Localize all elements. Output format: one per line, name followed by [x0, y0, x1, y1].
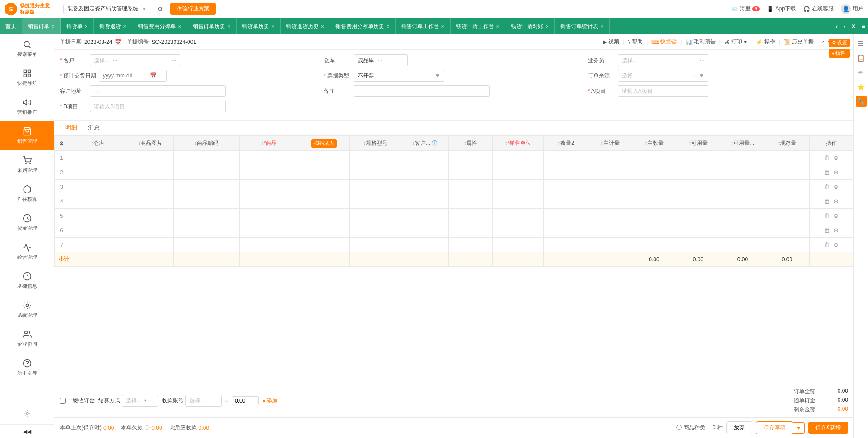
sidebar-item-system[interactable]: 系统管理 [0, 295, 54, 324]
row-unit[interactable] [492, 165, 543, 180]
b-project-input[interactable]: 请输入B项目 [90, 101, 226, 112]
tab-daily-workspace[interactable]: 钱货日清工作台 ✕ [451, 18, 505, 34]
sidebar-item-finance[interactable]: 资金管理 [0, 208, 54, 237]
row-img[interactable] [127, 180, 173, 194]
th-qty2[interactable]: ↕数量2 [544, 136, 588, 151]
delete-row-btn[interactable]: 🗑 [823, 241, 831, 249]
row-attr[interactable] [448, 151, 492, 165]
save-draft-button[interactable]: 保存草稿 [756, 421, 793, 434]
account-dots[interactable]: ··· [223, 398, 228, 404]
tab-sales[interactable]: 销货单 ✕ [61, 18, 94, 34]
row-spec[interactable] [349, 165, 401, 180]
th-spec[interactable]: ↕规格型号 [349, 136, 401, 151]
tab-fee-split-history[interactable]: 销售费用分摊单历史 ✕ [330, 18, 396, 34]
tab-order-stats[interactable]: 销售订单统计表 ✕ [555, 18, 610, 34]
one-click-checkbox-input[interactable] [60, 398, 66, 404]
row-attr[interactable] [448, 165, 492, 180]
delete-row-btn[interactable]: 🗑 [823, 168, 831, 177]
delete-row-btn[interactable]: 🗑 [823, 154, 831, 162]
row-main-unit[interactable] [588, 165, 632, 180]
row-scan[interactable] [298, 165, 349, 180]
row-warehouse[interactable] [68, 165, 127, 180]
tab-sales-order[interactable]: 销售订单 ✕ [22, 18, 61, 34]
row-warehouse[interactable] [68, 180, 127, 194]
copy-row-btn[interactable]: ⊕ [833, 168, 839, 177]
th-warehouse[interactable]: ↕仓库 [68, 136, 127, 151]
row-attr[interactable] [448, 180, 492, 194]
system-title[interactable]: 装备及固定资产辅助管理系统 ▼ [63, 4, 150, 14]
single-debt-help[interactable]: ⓘ [145, 424, 150, 431]
row-stock[interactable] [765, 165, 809, 180]
delete-row-btn[interactable]: 🗑 [823, 226, 831, 235]
th-main-unit[interactable]: ↕主计量 [588, 136, 632, 151]
th-main-qty[interactable]: ↕主数量 [632, 136, 676, 151]
close-tab-icon[interactable]: ✕ [441, 24, 445, 29]
row-scan[interactable] [298, 151, 349, 165]
right-panel-star-btn[interactable]: ⭐ [856, 82, 867, 92]
message-btn[interactable]: 📨 海里 9 [731, 5, 760, 13]
right-panel-edit-btn[interactable]: ✏ [856, 67, 867, 78]
row-img[interactable] [127, 165, 173, 180]
warehouse-input[interactable]: 成品库 ··· [354, 54, 408, 66]
close-tab-icon[interactable]: ✕ [600, 24, 604, 29]
online-support-btn[interactable]: 🎧 在线客服 [803, 5, 834, 13]
salesperson-input[interactable]: 选择... ··· [618, 54, 708, 66]
sidebar-item-purchase[interactable]: 采购管理 [0, 150, 54, 179]
tab-detail[interactable]: 明细 [60, 121, 82, 135]
row-code[interactable] [173, 151, 239, 165]
close-tab-icon[interactable]: ✕ [84, 24, 88, 29]
sidebar-item-search[interactable]: 搜索菜单 [0, 34, 54, 63]
sidebar-item-collaborate[interactable]: 企业协同 [0, 324, 54, 353]
close-tab-icon[interactable]: ✕ [271, 24, 275, 29]
row-product[interactable] [239, 165, 298, 180]
row-scan[interactable] [298, 180, 349, 194]
nav-prev-btn[interactable]: ‹ [833, 18, 840, 34]
tab-daily-reconcile[interactable]: 钱货日清对账 ✕ [505, 18, 555, 34]
th-avail2[interactable]: ↕可用量... [720, 136, 765, 151]
sidebar-item-operations[interactable]: 经营管理 [0, 237, 54, 266]
add-payment-btn[interactable]: ● 添加 [262, 397, 277, 404]
row-customer-code[interactable] [401, 165, 448, 180]
row-stock[interactable] [765, 151, 809, 165]
copy-row-btn[interactable]: ⊕ [833, 226, 839, 235]
row-stock[interactable] [765, 180, 809, 194]
print-btn[interactable]: 🖨 打印 ▼ [724, 38, 747, 46]
close-tab-icon[interactable]: ✕ [386, 24, 390, 29]
add-material-btn[interactable]: + 物料 [829, 49, 850, 58]
row-main-qty[interactable] [632, 151, 676, 165]
row-customer-code[interactable] [401, 180, 448, 194]
nav-next-btn[interactable]: › [840, 18, 848, 34]
right-panel-list-btn[interactable]: ☰ [856, 38, 867, 49]
copy-row-btn[interactable]: ⊕ [833, 197, 839, 206]
row-qty2[interactable] [544, 151, 588, 165]
row-spec[interactable] [349, 180, 401, 194]
row-avail[interactable] [676, 165, 720, 180]
delete-row-btn[interactable]: 🗑 [823, 212, 831, 220]
row-avail2[interactable] [720, 151, 765, 165]
row-unit[interactable] [492, 151, 543, 165]
action-btn[interactable]: ⚡ 操作 [756, 38, 775, 46]
row-code[interactable] [173, 165, 239, 180]
order-source-input[interactable]: 选择... ··· ▼ [618, 70, 708, 82]
payment-amount-input[interactable] [232, 396, 259, 405]
app-download-btn[interactable]: 📱 App下载 [767, 5, 796, 13]
shortcut-btn[interactable]: ⌨ 快捷键 [651, 38, 677, 46]
settings-side-btn[interactable]: ⚙ 设置 [829, 39, 850, 47]
tab-fee-split[interactable]: 销售费用分摊单 ✕ [132, 18, 187, 34]
th-code[interactable]: ↕商品编码 [173, 136, 239, 151]
th-avail[interactable]: ↕可用量 [676, 136, 720, 151]
account-select[interactable]: 选择... [185, 395, 222, 407]
delivery-date-field[interactable] [103, 72, 148, 79]
sidebar-item-base-info[interactable]: 基础信息 [0, 266, 54, 295]
customer-address-input[interactable]: ··· [90, 85, 226, 97]
row-avail[interactable] [676, 180, 720, 194]
sidebar-item-marketing[interactable]: 营销推广 [0, 92, 54, 121]
copy-row-btn[interactable]: ⊕ [833, 183, 839, 191]
row-avail2[interactable] [720, 180, 765, 194]
th-unit[interactable]: ↕*销售单位 [492, 136, 543, 151]
settings-icon[interactable]: ⚙ [155, 4, 166, 14]
th-product[interactable]: ↕*商品 [239, 136, 298, 151]
invoice-type-select[interactable]: 不开票 ▼ [354, 70, 444, 82]
copy-row-btn[interactable]: ⊕ [833, 241, 839, 249]
sidebar-expand-btn[interactable]: ◀◀ [0, 424, 54, 438]
